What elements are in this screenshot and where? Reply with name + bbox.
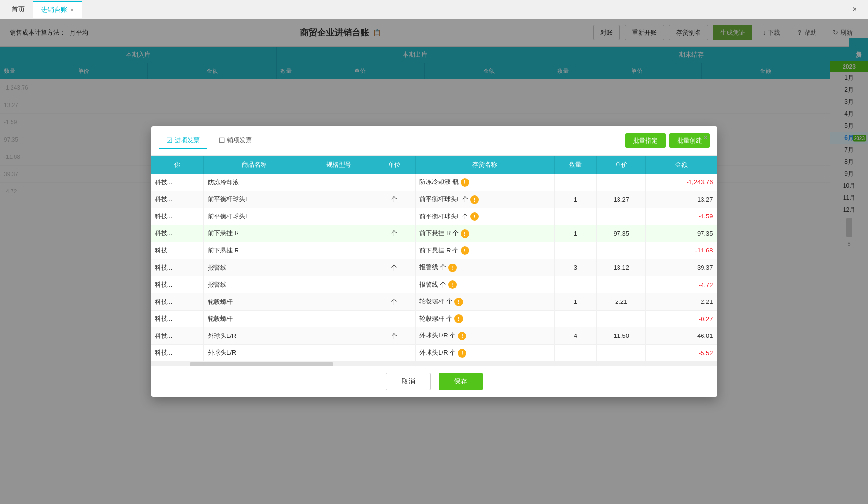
table-cell: 科技... (151, 327, 204, 345)
table-cell: 前平衡杆球头L (203, 191, 305, 208)
table-cell: 外球头L/R (203, 327, 305, 345)
table-cell (554, 174, 597, 191)
table-cell: 97.35 (597, 225, 646, 242)
table-cell: 个 (373, 225, 416, 242)
table-cell: -11.68 (646, 242, 717, 259)
inventory-name: 轮毂螺杆 个 (419, 298, 452, 305)
amount-value: -1.59 (699, 213, 713, 220)
table-cell: 2.21 (646, 293, 717, 311)
table-cell (305, 345, 373, 362)
modal-overlay: ☑ 进项发票 ☐ 销项发票 批量指定 批量创建 × 你 (0, 19, 868, 504)
window-close-button[interactable]: × (845, 0, 864, 19)
amount-value: 39.37 (697, 264, 713, 271)
col-header-8: 金额 (646, 156, 717, 174)
table-row: 科技...报警线个报警线 个!313.1239.37 (151, 259, 717, 276)
table-cell: 前平衡杆球头L 个! (416, 208, 554, 225)
table-header-row: 你 商品名称 规格型号 单位 存货名称 数量 单价 金额 (151, 156, 717, 174)
warning-icon: ! (470, 212, 479, 221)
col-header-2: 商品名称 (203, 156, 305, 174)
table-cell (597, 276, 646, 293)
tab-ledger[interactable]: 进销台账 × (33, 1, 82, 18)
table-cell (597, 345, 646, 362)
table-cell (597, 174, 646, 191)
table-cell (373, 242, 416, 259)
table-cell: 轮毂螺杆 (203, 310, 305, 327)
table-cell: 13.27 (646, 191, 717, 208)
table-row: 科技...轮毂螺杆轮毂螺杆 个!-0.27 (151, 310, 717, 327)
table-cell: 防冻冷却液 瓶! (416, 174, 554, 191)
table-cell: 2.21 (597, 293, 646, 311)
table-cell (305, 242, 373, 259)
table-cell: 轮毂螺杆 个! (416, 310, 554, 327)
tab-home[interactable]: 首页 (4, 1, 33, 18)
table-cell (305, 208, 373, 225)
table-cell (597, 242, 646, 259)
col-header-1: 你 (151, 156, 204, 174)
table-cell (305, 310, 373, 327)
table-cell: 13.12 (597, 259, 646, 276)
cancel-button[interactable]: 取消 (386, 373, 431, 390)
warning-icon: ! (458, 349, 466, 358)
table-cell: 11.50 (597, 327, 646, 345)
table-cell (597, 310, 646, 327)
table-cell: 13.27 (597, 191, 646, 208)
table-cell: 外球头L/R 个! (416, 345, 554, 362)
tab-bar: 首页 进销台账 × × (0, 0, 868, 19)
table-cell: 报警线 个! (416, 259, 554, 276)
table-cell (554, 345, 597, 362)
table-cell: 前下悬挂 R (203, 225, 305, 242)
amount-value: 46.01 (697, 332, 713, 339)
table-cell: 46.01 (646, 327, 717, 345)
tab-close-icon[interactable]: × (71, 7, 74, 13)
table-cell: 前下悬挂 R 个! (416, 225, 554, 242)
table-cell (305, 276, 373, 293)
warning-icon: ! (454, 314, 463, 323)
modal-scroll-bar[interactable] (151, 362, 717, 366)
modal-header: ☑ 进项发票 ☐ 销项发票 批量指定 批量创建 × (151, 126, 717, 156)
table-cell: 3 (554, 259, 597, 276)
table-cell (373, 345, 416, 362)
save-button[interactable]: 保存 (439, 373, 483, 390)
table-cell (373, 208, 416, 225)
table-cell (373, 174, 416, 191)
table-cell (554, 310, 597, 327)
amount-value: -1,243.76 (687, 179, 713, 186)
table-row: 科技...外球头L/R外球头L/R 个!-5.52 (151, 345, 717, 362)
modal-scroll-thumb[interactable] (190, 362, 333, 366)
batch-assign-button[interactable]: 批量指定 (625, 133, 666, 148)
modal-footer: 取消 保存 (151, 366, 717, 397)
inventory-name: 前平衡杆球头L 个 (419, 195, 468, 203)
table-cell: 4 (554, 327, 597, 345)
table-cell: 报警线 (203, 259, 305, 276)
table-cell: 防冻冷却液 (203, 174, 305, 191)
inventory-name: 轮毂螺杆 个 (419, 315, 452, 322)
amount-value: 13.27 (697, 196, 713, 203)
table-cell: 个 (373, 327, 416, 345)
table-cell: 39.37 (646, 259, 717, 276)
table-cell: 97.35 (646, 225, 717, 242)
table-cell: 科技... (151, 345, 204, 362)
table-cell: 科技... (151, 191, 204, 208)
table-cell: 1 (554, 225, 597, 242)
warning-icon: ! (448, 264, 457, 272)
table-cell (373, 310, 416, 327)
table-cell: 轮毂螺杆 (203, 293, 305, 311)
tab-invoice-in[interactable]: ☑ 进项发票 (159, 132, 207, 149)
modal-table-wrap: 你 商品名称 规格型号 单位 存货名称 数量 单价 金额 科技...防冻冷却液防… (151, 156, 717, 361)
table-cell (554, 208, 597, 225)
modal-close-button[interactable]: × (700, 132, 712, 144)
table-cell: 前下悬挂 R (203, 242, 305, 259)
table-row: 科技...前下悬挂 R前下悬挂 R 个!-11.68 (151, 242, 717, 259)
table-cell: 报警线 (203, 276, 305, 293)
warning-icon: ! (448, 280, 457, 289)
table-cell (305, 174, 373, 191)
table-cell (373, 276, 416, 293)
amount-value: -5.52 (699, 349, 713, 357)
table-cell: -1,243.76 (646, 174, 717, 191)
table-cell: -1.59 (646, 208, 717, 225)
amount-value: -11.68 (695, 247, 713, 254)
table-cell: -4.72 (646, 276, 717, 293)
table-cell: -5.52 (646, 345, 717, 362)
tab-invoice-out[interactable]: ☐ 销项发票 (211, 132, 260, 149)
table-cell: 科技... (151, 310, 204, 327)
